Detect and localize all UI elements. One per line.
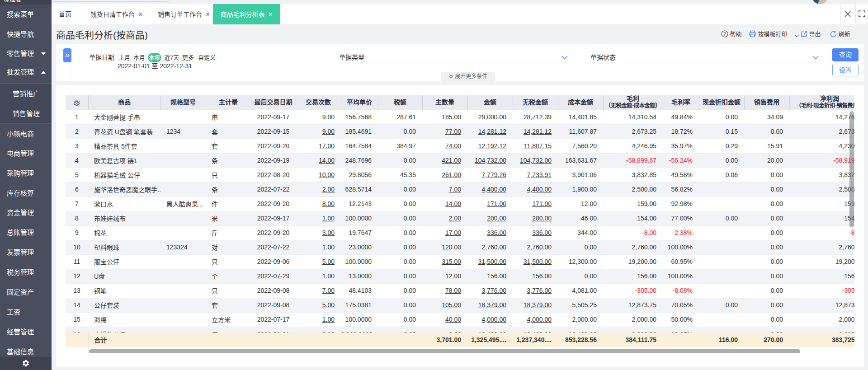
svg-text:?: ? [723,32,726,37]
